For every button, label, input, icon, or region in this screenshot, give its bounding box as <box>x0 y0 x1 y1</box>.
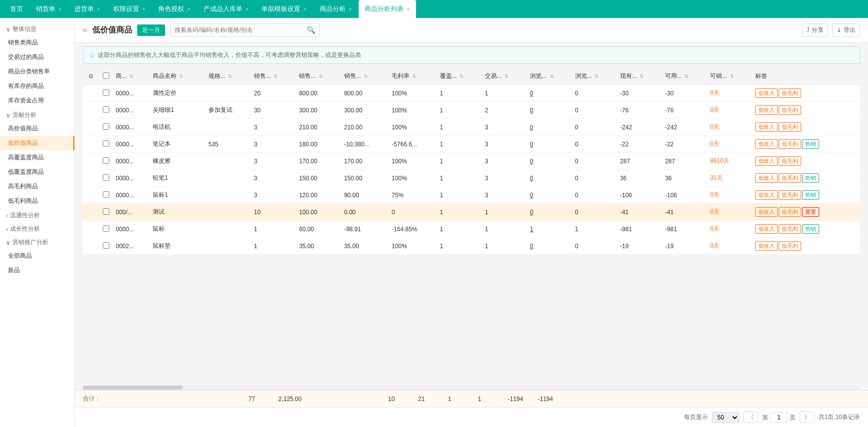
row-select-checkbox[interactable] <box>103 123 109 130</box>
sidebar-item-high-profit[interactable]: 高毛利商品 <box>0 179 74 194</box>
sidebar-item-low-profit[interactable]: 低毛利商品 <box>0 194 74 208</box>
page-number-input[interactable] <box>770 413 788 423</box>
row-gear[interactable] <box>83 153 99 170</box>
search-input[interactable] <box>175 26 304 33</box>
first-page-button[interactable]: 〈 <box>743 412 758 423</box>
row-select-checkbox[interactable] <box>103 140 109 147</box>
row-select-checkbox[interactable] <box>103 242 109 249</box>
sort-icon[interactable]: ⇅ <box>228 73 232 79</box>
close-icon[interactable]: × <box>349 6 352 12</box>
row-browse1[interactable]: 0 <box>527 238 572 255</box>
browse-link[interactable]: 0 <box>530 158 533 165</box>
browse-link[interactable]: 0 <box>530 124 533 131</box>
sidebar-item-low-value[interactable]: 低价值商品 <box>0 136 74 150</box>
row-browse1[interactable]: 0 <box>527 136 572 153</box>
nav-products[interactable]: 产成品入库单 × <box>198 0 254 18</box>
row-gear[interactable] <box>83 187 99 204</box>
row-select-checkbox[interactable] <box>103 208 109 215</box>
row-checkbox[interactable] <box>99 170 113 187</box>
row-checkbox[interactable] <box>99 187 113 204</box>
row-select-checkbox[interactable] <box>103 225 109 232</box>
row-select-checkbox[interactable] <box>103 157 109 164</box>
row-gear[interactable] <box>83 221 99 238</box>
sidebar-item-sales-goods[interactable]: 销售类商品 <box>0 35 74 50</box>
row-checkbox[interactable] <box>99 136 113 153</box>
close-icon[interactable]: × <box>303 6 306 12</box>
section-overall[interactable]: ∨ 整体信息 <box>0 22 74 35</box>
sidebar-item-traded-goods[interactable]: 交易过的商品 <box>0 50 74 64</box>
row-checkbox[interactable] <box>99 102 113 119</box>
nav-roles[interactable]: 角色授权 × <box>152 0 196 18</box>
close-icon[interactable]: × <box>407 6 410 12</box>
section-growth[interactable]: › 成长性分析 <box>0 222 74 235</box>
browse-link[interactable]: 0 <box>530 107 533 114</box>
row-gear[interactable] <box>83 136 99 153</box>
row-gear[interactable] <box>83 102 99 119</box>
col-checkbox[interactable] <box>99 68 113 85</box>
row-checkbox[interactable] <box>99 85 113 102</box>
sort-icon[interactable]: ⇅ <box>730 73 734 79</box>
row-checkbox[interactable] <box>99 119 113 136</box>
close-icon[interactable]: × <box>97 6 100 12</box>
sort-icon[interactable]: ⇅ <box>550 73 554 79</box>
row-checkbox[interactable] <box>99 221 113 238</box>
collapse-sidebar-btn[interactable]: « <box>83 25 87 34</box>
horizontal-scrollbar[interactable] <box>83 386 860 390</box>
next-page-button[interactable]: 〉 <box>800 412 815 423</box>
row-browse1[interactable]: 0 <box>527 85 572 102</box>
browse-link[interactable]: 0 <box>530 243 533 250</box>
section-flow[interactable]: › 流通性分析 <box>0 208 74 222</box>
period-button[interactable]: 近一月 <box>137 24 165 36</box>
row-checkbox[interactable] <box>99 238 113 255</box>
section-marketing[interactable]: ∨ 营销推广分析 <box>0 235 74 249</box>
sidebar-item-new-goods[interactable]: 新品 <box>0 263 74 278</box>
row-browse1[interactable]: 1 <box>527 221 572 238</box>
close-icon[interactable]: × <box>245 6 248 12</box>
row-browse1[interactable]: 0 <box>527 204 572 221</box>
sort-icon[interactable]: ⇅ <box>319 73 323 79</box>
row-gear[interactable] <box>83 170 99 187</box>
sidebar-item-high-value[interactable]: 高价值商品 <box>0 121 74 136</box>
browse-link[interactable]: 0 <box>530 192 533 199</box>
nav-purchase[interactable]: 进货单 × <box>68 0 106 18</box>
row-browse1[interactable]: 0 <box>527 153 572 170</box>
nav-home[interactable]: 首页 <box>4 0 29 18</box>
sidebar-item-stock-goods[interactable]: 有库存的商品 <box>0 79 74 93</box>
sidebar-item-stock-capital[interactable]: 库存资金占用 <box>0 93 74 108</box>
nav-template[interactable]: 单据模板设置 × <box>255 0 312 18</box>
row-browse1[interactable]: 0 <box>527 187 572 204</box>
row-gear[interactable] <box>83 119 99 136</box>
section-contribution[interactable]: ∨ 贡献分析 <box>0 108 74 121</box>
nav-permissions[interactable]: 权限设置 × <box>107 0 151 18</box>
search-icon[interactable]: 🔍 <box>307 26 315 34</box>
page-size-select[interactable]: 50 100 <box>712 412 739 423</box>
select-all-checkbox[interactable] <box>103 72 109 79</box>
sort-icon[interactable]: ⇅ <box>179 73 183 79</box>
row-gear[interactable] <box>83 204 99 221</box>
row-select-checkbox[interactable] <box>103 89 109 96</box>
sidebar-item-low-coverage[interactable]: 低覆盖度商品 <box>0 165 74 179</box>
row-select-checkbox[interactable] <box>103 106 109 113</box>
share-button[interactable]: ⤴ 分享 <box>802 23 828 37</box>
row-browse1[interactable]: 0 <box>527 170 572 187</box>
sidebar-item-high-coverage[interactable]: 高覆盖度商品 <box>0 150 74 165</box>
row-gear[interactable] <box>83 85 99 102</box>
browse-link[interactable]: 1 <box>530 226 533 233</box>
row-browse1[interactable]: 0 <box>527 119 572 136</box>
sort-icon[interactable]: ⇅ <box>684 73 688 79</box>
sort-icon[interactable]: ⇅ <box>595 73 599 79</box>
row-checkbox[interactable] <box>99 204 113 221</box>
sort-icon[interactable]: ⇅ <box>273 73 277 79</box>
sort-icon[interactable]: ⇅ <box>412 73 416 79</box>
sidebar-item-all-goods[interactable]: 全部商品 <box>0 249 74 263</box>
sort-icon[interactable]: ⇅ <box>640 73 644 79</box>
col-gear[interactable]: ⚙ <box>83 68 99 85</box>
browse-link[interactable]: 0 <box>530 141 533 148</box>
nav-sales[interactable]: 销货单 × <box>30 0 67 18</box>
export-button[interactable]: ⤓ 导出 <box>832 23 860 37</box>
browse-link[interactable]: 0 <box>530 90 533 97</box>
sidebar-item-category-rate[interactable]: 商品分类销售率 <box>0 64 74 79</box>
scrollbar-thumb[interactable] <box>83 386 183 390</box>
row-select-checkbox[interactable] <box>103 191 109 198</box>
close-icon[interactable]: × <box>187 6 190 12</box>
